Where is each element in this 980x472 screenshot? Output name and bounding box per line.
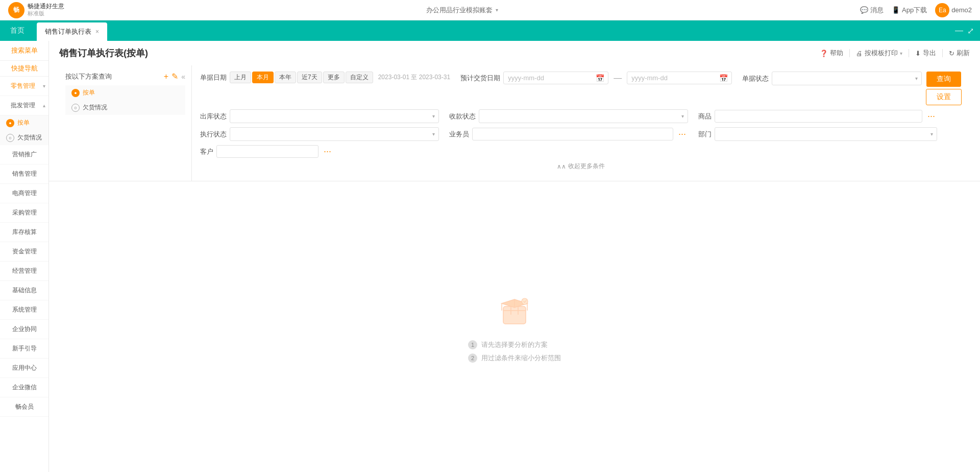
collapse-icon: ∧∧: [557, 163, 566, 170]
sidebar-item-ecommerce[interactable]: 电商管理: [0, 184, 48, 203]
window-maximize-icon[interactable]: ⤢: [967, 26, 974, 36]
sidebar-item-wholesale[interactable]: 批发管理 ▴: [0, 96, 48, 115]
sidebar-item-operations[interactable]: 经营管理: [0, 262, 48, 281]
date-btn-last-7days[interactable]: 近7天: [297, 72, 322, 83]
scheme-list: ● 按单 ○ 欠货情况: [65, 85, 185, 115]
sidebar-item-retail[interactable]: 零售管理 ▾: [0, 77, 48, 96]
scheme-item-press[interactable]: ● 按单: [65, 85, 185, 100]
template-print-button[interactable]: 🖨 按模板打印 ▾: [856, 49, 902, 58]
export-button[interactable]: ⬇ 导出: [915, 49, 936, 58]
empty-box-icon: [494, 291, 535, 332]
expected-date-start-input[interactable]: [503, 72, 608, 84]
edit-scheme-button[interactable]: ✎: [172, 72, 178, 81]
scheme-item-label: 按单: [83, 88, 95, 97]
logo-icon: 畅: [8, 2, 24, 18]
sidebar-item-purchase[interactable]: 采购管理: [0, 203, 48, 223]
print-chevron-icon[interactable]: ▾: [900, 51, 902, 56]
scheme-item-owe[interactable]: ○ 欠货情况: [65, 100, 185, 115]
customer-input[interactable]: [216, 145, 318, 158]
logo-text-area: 畅捷通好生意 标准版: [28, 3, 64, 17]
action-divider-1: [849, 49, 850, 57]
date-btn-more[interactable]: 更多: [323, 72, 345, 83]
add-scheme-button[interactable]: +: [164, 72, 168, 81]
app-download-button[interactable]: 📱 App下载: [892, 6, 927, 15]
dot-icon: ●: [6, 119, 14, 127]
goods-dots-icon[interactable]: ···: [925, 111, 937, 122]
sidebar-sub-owe[interactable]: ○ 欠货情况: [0, 130, 48, 145]
dept-select[interactable]: [715, 127, 937, 141]
date-btn-last-month[interactable]: 上月: [230, 72, 251, 83]
sidebar-item-basic[interactable]: 基础信息: [0, 281, 48, 300]
action-divider-2: [909, 49, 909, 57]
goods-input[interactable]: [715, 110, 922, 123]
filter-left-title-label: 按以下方案查询: [65, 72, 112, 81]
collapse-more-button[interactable]: ∧∧ 收起更多条件: [200, 160, 962, 173]
empty-tips: 1 请先选择要分析的方案 2 用过滤条件来缩小分析范围: [468, 340, 561, 363]
sidebar-item-appstore[interactable]: 应用中心: [0, 359, 48, 378]
nav-chevron-icon[interactable]: ▾: [496, 7, 498, 13]
message-label: 消息: [870, 6, 884, 15]
date-btn-this-year[interactable]: 本年: [275, 72, 296, 83]
sidebar-item-sales[interactable]: 销售管理: [0, 164, 48, 184]
empty-tip-1: 1 请先选择要分析的方案: [468, 340, 561, 349]
sidebar-sub-press[interactable]: ● 按单: [0, 115, 48, 130]
sidebar-item-member[interactable]: 畅会员: [0, 397, 48, 417]
sidebar-item-system[interactable]: 系统管理: [0, 300, 48, 320]
receipt-status-label: 收款状态: [449, 112, 476, 121]
message-button[interactable]: 💬 消息: [860, 6, 884, 15]
receipt-status-select[interactable]: [479, 109, 688, 123]
query-button[interactable]: 查询: [926, 72, 961, 87]
collapse-scheme-button[interactable]: «: [181, 73, 185, 81]
help-button[interactable]: ❓ 帮助: [820, 49, 843, 58]
salesperson-label: 业务员: [449, 130, 469, 139]
expected-date-label: 预计交货日期: [460, 74, 500, 83]
out-status-select-wrapper: ▾: [230, 109, 439, 123]
date-btn-this-month[interactable]: 本月: [252, 72, 274, 83]
sidebar-item-inventory[interactable]: 库存核算: [0, 223, 48, 242]
exec-status-label: 执行状态: [200, 130, 227, 139]
sidebar-search[interactable]: 搜索菜单: [0, 41, 48, 61]
download-icon: 📱: [892, 6, 900, 14]
tip-text-1: 请先选择要分析的方案: [481, 340, 548, 349]
tab-home[interactable]: 首页: [0, 20, 35, 41]
top-navigation: 畅 畅捷通好生意 标准版 办公用品行业模拟账套 ▾ 💬 消息 📱 App下载 E…: [0, 0, 980, 20]
sidebar-item-guide[interactable]: 新手引导: [0, 339, 48, 359]
top-nav-center[interactable]: 办公用品行业模拟账套 ▾: [426, 6, 498, 15]
sidebar-arrow-retail: ▾: [43, 83, 45, 89]
doc-status-select[interactable]: [772, 72, 922, 85]
help-icon: ❓: [820, 50, 828, 57]
refresh-label: 刷新: [957, 49, 970, 58]
window-minimize-icon[interactable]: —: [955, 26, 963, 36]
exec-status-select[interactable]: [230, 127, 439, 141]
salesperson-input[interactable]: [472, 128, 673, 140]
user-avatar-area[interactable]: Ea demo2: [935, 3, 972, 17]
filter-right-panel: 单据日期 上月 本月 本年 近7天 更多 自定义 2023-03-01 至 20…: [192, 65, 970, 181]
logo-subtext: 标准版: [28, 10, 64, 17]
tab-sales-order-exec[interactable]: 销售订单执行表 ×: [37, 22, 107, 41]
message-icon: 💬: [860, 6, 868, 14]
date-btn-custom[interactable]: 自定义: [346, 72, 373, 83]
sidebar-item-enterprise[interactable]: 企业协同: [0, 320, 48, 339]
expected-date-end-input[interactable]: [627, 72, 732, 84]
tip-num-2: 2: [468, 353, 477, 363]
settings-button[interactable]: 设置: [926, 89, 962, 105]
sidebar-quick-nav[interactable]: 快捷导航: [0, 61, 48, 77]
sidebar-item-finance[interactable]: 资金管理: [0, 242, 48, 262]
filter-left-title-row: 按以下方案查询 + ✎ «: [65, 72, 185, 81]
tab-label: 销售订单执行表: [45, 27, 91, 36]
export-icon: ⬇: [915, 50, 921, 57]
svg-point-1: [522, 298, 528, 304]
salesperson-dots-icon[interactable]: ···: [676, 129, 688, 139]
template-print-label: 按模板打印: [865, 49, 898, 58]
filter-left-actions: + ✎ «: [164, 72, 185, 81]
out-status-select[interactable]: [230, 109, 439, 123]
tab-close-icon[interactable]: ×: [95, 28, 99, 35]
customer-dots-icon[interactable]: ···: [322, 146, 333, 157]
sidebar-item-marketing[interactable]: 营销推广: [0, 145, 48, 164]
date-button-group: 上月 本月 本年 近7天 更多 自定义: [230, 72, 373, 83]
refresh-button[interactable]: ↻ 刷新: [949, 49, 970, 58]
tip-text-2: 用过滤条件来缩小分析范围: [481, 353, 561, 363]
sidebar-item-wechat[interactable]: 企业微信: [0, 378, 48, 397]
top-nav-left: 畅 畅捷通好生意 标准版: [8, 2, 64, 18]
app-download-label: App下载: [902, 6, 927, 15]
